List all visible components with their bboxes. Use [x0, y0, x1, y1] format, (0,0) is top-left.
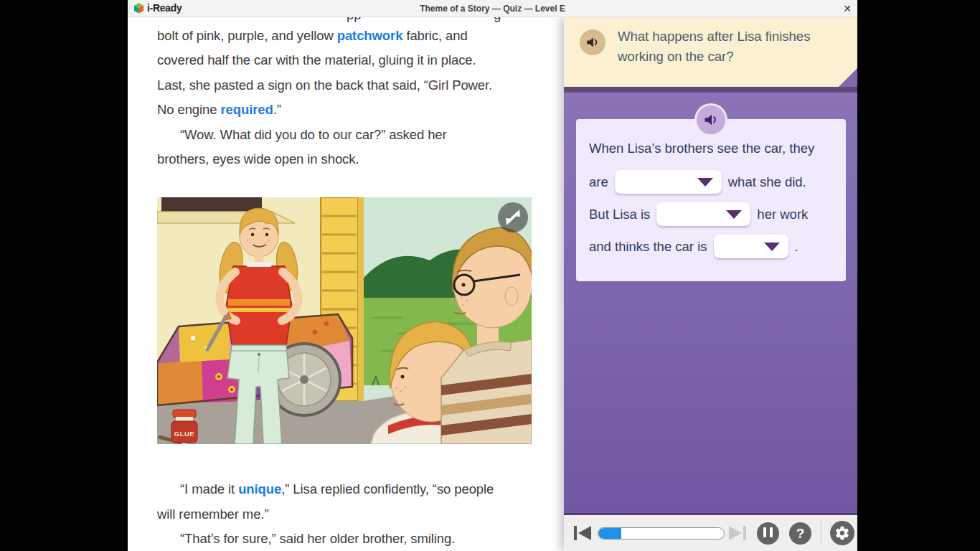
story-text: bolt of pink, purple, and yellow patchwo…: [157, 24, 533, 551]
cloze-line: When Lisa’s brothers see the car, they: [589, 141, 814, 156]
cloze-dropdown-1[interactable]: [615, 170, 722, 194]
expand-image-button[interactable]: [498, 202, 528, 232]
audio-progress-bar[interactable]: [598, 527, 725, 540]
divider: [564, 87, 857, 93]
story-line: “That’s for sure,” said her older brothe…: [157, 527, 533, 551]
clipped-text-fragment: pp: [347, 17, 362, 23]
help-icon: ?: [796, 527, 805, 540]
close-button[interactable]: ✕: [843, 1, 852, 16]
svg-text:GLUE: GLUE: [174, 430, 194, 438]
skip-forward-icon: [728, 525, 747, 541]
story-panel: pp g bolt of pink, purple, and yellow pa…: [128, 17, 564, 551]
question-card: What happens after Lisa finishes working…: [564, 17, 857, 87]
settings-button[interactable]: [830, 521, 854, 545]
skip-forward-button[interactable]: [728, 525, 747, 541]
window-title: Theme of a Story — Quiz — Level E: [420, 4, 565, 14]
clipped-text-fragment: g: [494, 17, 501, 23]
cloze-dropdown-3[interactable]: [714, 235, 788, 258]
playback-controls-bar: ?: [564, 515, 857, 551]
illustration-svg: GLUE: [157, 197, 532, 444]
question-text: What happens after Lisa finishes working…: [618, 27, 837, 67]
divider: [821, 521, 821, 545]
pause-button[interactable]: [757, 522, 779, 545]
iready-logo: i-Ready: [133, 2, 182, 14]
story-line: covered half the car with the material, …: [157, 48, 533, 72]
story-line: No engine required.”: [157, 98, 533, 122]
story-line: “I made it unique,” Lisa replied confide…: [157, 477, 533, 501]
story-illustration: GLUE: [157, 197, 532, 444]
cloze-line: and thinks the car is .: [589, 235, 798, 258]
story-line: bolt of pink, purple, and yellow patchwo…: [157, 24, 533, 48]
app-window: pp g bolt of pink, purple, and yellow pa…: [128, 0, 857, 551]
cloze-dropdown-2[interactable]: [656, 202, 750, 226]
help-button[interactable]: ?: [789, 522, 811, 545]
story-line: “Wow. What did you do to our car?” asked…: [157, 123, 533, 147]
skip-back-icon: [573, 525, 592, 541]
story-line: Last, she pasted a sign on the back that…: [157, 73, 533, 98]
story-line: brothers, eyes wide open in shock.: [157, 147, 533, 171]
dropdown-arrow-icon: [697, 178, 713, 187]
dropdown-arrow-icon: [764, 242, 780, 251]
story-line: will remember me.”: [157, 502, 533, 527]
window-titlebar: i-Ready Theme of a Story — Quiz — Level …: [128, 0, 857, 17]
skip-back-button[interactable]: [573, 525, 592, 541]
cloze-line: But Lisa is her work: [589, 202, 808, 226]
sentence-audio-button[interactable]: [694, 103, 727, 136]
vocab-link-patchwork[interactable]: patchwork: [337, 28, 403, 43]
iready-cube-icon: [133, 3, 144, 14]
vocab-link-required[interactable]: required: [220, 102, 273, 117]
speaker-icon: [702, 111, 720, 128]
pause-icon: [762, 527, 775, 540]
cloze-line: are what she did.: [589, 170, 806, 194]
dropdown-arrow-icon: [726, 210, 742, 219]
vocab-link-unique[interactable]: unique: [238, 481, 281, 496]
question-audio-button[interactable]: [580, 29, 606, 55]
brand-name: i-Ready: [147, 2, 182, 14]
cloze-sentence-card: When Lisa’s brothers see the car, they a…: [576, 119, 846, 281]
answer-area: When Lisa’s brothers see the car, they a…: [564, 93, 857, 513]
gear-icon: [834, 525, 850, 541]
question-panel: What happens after Lisa finishes working…: [564, 17, 857, 551]
audio-progress-fill: [598, 528, 621, 539]
speaker-icon: [585, 34, 600, 50]
